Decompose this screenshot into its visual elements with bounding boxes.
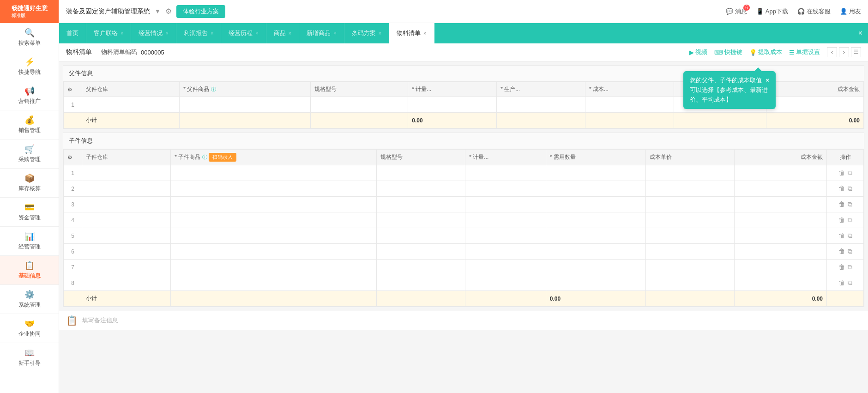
- nav-tab-operation_status[interactable]: 经营情况 ×: [131, 23, 176, 43]
- copy-icon[interactable]: ⧉: [848, 263, 852, 271]
- tab-close-operation_history[interactable]: ×: [255, 30, 258, 36]
- child-unit-cell[interactable]: [465, 275, 546, 291]
- child-spec-cell[interactable]: [376, 212, 465, 228]
- tab-close-goods[interactable]: ×: [289, 30, 291, 36]
- single-settings-btn[interactable]: ☰ 单据设置: [789, 48, 820, 56]
- child-warehouse-cell[interactable]: [82, 260, 171, 275]
- child-quantity-cell[interactable]: [546, 165, 645, 181]
- child-goods-cell[interactable]: [171, 212, 377, 228]
- nav-tab-customer[interactable]: 客户联络 ×: [86, 23, 131, 43]
- child-warehouse-cell[interactable]: [82, 212, 171, 228]
- child-warehouse-cell[interactable]: [82, 275, 171, 291]
- sidebar-item-system[interactable]: ⚙️系统管理: [0, 285, 59, 314]
- copy-icon[interactable]: ⧉: [848, 232, 852, 240]
- child-warehouse-cell[interactable]: [82, 197, 171, 212]
- child-spec-cell[interactable]: [376, 181, 465, 197]
- tab-close-new_goods[interactable]: ×: [333, 30, 336, 36]
- copy-icon[interactable]: ⧉: [848, 216, 852, 224]
- shortcut-btn[interactable]: ⌨ 快捷键: [714, 48, 742, 56]
- child-spec-cell[interactable]: [376, 228, 465, 244]
- video-btn[interactable]: ▶ 视频: [689, 48, 707, 56]
- child-spec-cell[interactable]: [376, 244, 465, 260]
- child-cost-amount-cell[interactable]: [735, 181, 827, 197]
- nav-tab-bom[interactable]: 物料清单 ×: [389, 23, 434, 43]
- scan-btn[interactable]: 扫码录入: [209, 153, 236, 162]
- child-spec-cell[interactable]: [376, 260, 465, 275]
- nav-tab-goods[interactable]: 商品 ×: [266, 23, 299, 43]
- parent-production-cell[interactable]: [497, 97, 585, 113]
- child-unit-cost-cell[interactable]: [645, 181, 734, 197]
- child-cost-amount-cell[interactable]: [735, 165, 827, 181]
- nav-tab-profit_report[interactable]: 利润报告 ×: [176, 23, 221, 43]
- child-goods-cell[interactable]: [171, 275, 377, 291]
- child-quantity-cell[interactable]: [546, 244, 645, 260]
- sidebar-item-marketing[interactable]: 📢营销推广: [0, 81, 59, 110]
- child-col-gear[interactable]: ⚙: [64, 150, 82, 165]
- next-arrow[interactable]: ›: [839, 47, 849, 57]
- child-goods-cell[interactable]: [171, 181, 377, 197]
- nav-tab-new_goods[interactable]: 新增商品 ×: [299, 23, 344, 43]
- child-unit-cell[interactable]: [465, 212, 546, 228]
- delete-icon[interactable]: 🗑: [838, 185, 845, 193]
- sidebar-item-sales[interactable]: 💰销售管理: [0, 110, 59, 139]
- copy-icon[interactable]: ⧉: [848, 185, 852, 193]
- child-quantity-cell[interactable]: [546, 197, 645, 212]
- parent-goods-cell[interactable]: [180, 97, 311, 113]
- parent-warehouse-cell[interactable]: [82, 97, 180, 113]
- tab-close-customer[interactable]: ×: [121, 30, 123, 36]
- child-goods-cell[interactable]: [171, 197, 377, 212]
- close-all-tabs-btn[interactable]: ×: [853, 23, 868, 43]
- copy-icon[interactable]: ⧉: [848, 200, 852, 208]
- child-unit-cost-cell[interactable]: [645, 197, 734, 212]
- message-btn[interactable]: 💬 消息 6: [726, 7, 747, 16]
- child-spec-cell[interactable]: [376, 165, 465, 181]
- child-unit-cell[interactable]: [465, 165, 546, 181]
- gear-settings-icon[interactable]: ⚙: [165, 7, 172, 16]
- child-cost-amount-cell[interactable]: [735, 244, 827, 260]
- child-cost-amount-cell[interactable]: [735, 212, 827, 228]
- nav-tab-home[interactable]: 首页: [59, 23, 86, 43]
- sidebar-item-quicknav[interactable]: ⚡快捷导航: [0, 52, 59, 81]
- delete-icon[interactable]: 🗑: [838, 279, 845, 287]
- child-cost-amount-cell[interactable]: [735, 260, 827, 275]
- child-unit-cost-cell[interactable]: [645, 228, 734, 244]
- child-goods-cell[interactable]: [171, 244, 377, 260]
- delete-icon[interactable]: 🗑: [838, 232, 845, 240]
- child-unit-cell[interactable]: [465, 197, 546, 212]
- child-cost-amount-cell[interactable]: [735, 275, 827, 291]
- child-warehouse-cell[interactable]: [82, 244, 171, 260]
- delete-icon[interactable]: 🗑: [838, 248, 845, 255]
- user-btn[interactable]: 👤 用友: [840, 7, 861, 16]
- sidebar-item-search[interactable]: 🔍搜索菜单: [0, 23, 59, 52]
- prev-arrow[interactable]: ‹: [827, 47, 837, 57]
- child-spec-cell[interactable]: [376, 275, 465, 291]
- delete-icon[interactable]: 🗑: [838, 216, 845, 224]
- child-unit-cost-cell[interactable]: [645, 275, 734, 291]
- child-cost-amount-cell[interactable]: [735, 228, 827, 244]
- child-unit-cost-cell[interactable]: [645, 260, 734, 275]
- child-quantity-cell[interactable]: [546, 275, 645, 291]
- tab-close-bom[interactable]: ×: [423, 30, 426, 36]
- extract-cost-btn[interactable]: 💡 提取成本: [749, 48, 782, 56]
- child-quantity-cell[interactable]: [546, 212, 645, 228]
- child-unit-cost-cell[interactable]: [645, 165, 734, 181]
- delete-icon[interactable]: 🗑: [838, 169, 845, 177]
- child-warehouse-cell[interactable]: [82, 181, 171, 197]
- parent-spec-cell[interactable]: [311, 97, 408, 113]
- sidebar-item-inventory[interactable]: 📦库存核算: [0, 169, 59, 198]
- sidebar-item-guide[interactable]: 📖新手引导: [0, 343, 59, 372]
- tab-close-barcode[interactable]: ×: [379, 30, 381, 36]
- sidebar-item-enterprise[interactable]: 🤝企业协同: [0, 314, 59, 343]
- note-icon[interactable]: 📋: [66, 315, 78, 326]
- parent-cost-amount-cell[interactable]: [766, 97, 863, 113]
- delete-icon[interactable]: 🗑: [838, 263, 845, 271]
- copy-icon[interactable]: ⧉: [848, 248, 852, 255]
- child-goods-cell[interactable]: [171, 165, 377, 181]
- app-download-btn[interactable]: 📱 App下载: [756, 7, 788, 16]
- experience-btn[interactable]: 体验行业方案: [176, 5, 225, 18]
- online-service-btn[interactable]: 🎧 在线客服: [797, 7, 831, 16]
- child-unit-cost-cell[interactable]: [645, 244, 734, 260]
- sidebar-item-operation[interactable]: 📊经营管理: [0, 227, 59, 256]
- child-goods-cell[interactable]: [171, 260, 377, 275]
- tab-close-operation_status[interactable]: ×: [165, 30, 168, 36]
